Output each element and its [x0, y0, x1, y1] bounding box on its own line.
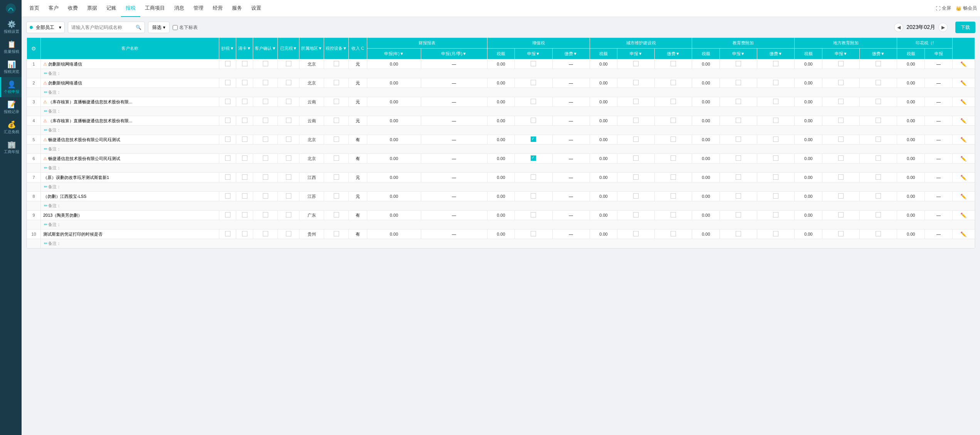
edit-icon[interactable]: ✏️ — [960, 212, 967, 218]
done-checkbox[interactable] — [286, 212, 291, 218]
search-input[interactable] — [71, 25, 134, 30]
confirm-checkbox[interactable] — [263, 193, 268, 199]
difang-pay-checkbox[interactable] — [876, 212, 881, 218]
done-checkbox[interactable] — [286, 80, 291, 85]
difang-pay-checkbox[interactable] — [876, 99, 881, 104]
clear-checkbox[interactable] — [242, 193, 247, 199]
difang-apply-checkbox[interactable] — [838, 118, 844, 123]
employee-filter-select[interactable]: 全部员工 ▾ — [26, 22, 65, 33]
chengshi-apply-checkbox[interactable] — [633, 193, 639, 199]
jiaoyu-apply-checkbox[interactable] — [736, 118, 741, 123]
next-month-button[interactable]: ▶ — [938, 23, 948, 32]
difang-pay-checkbox[interactable] — [876, 174, 881, 180]
difang-pay-checkbox[interactable] — [876, 61, 881, 66]
mingxia-checkbox[interactable] — [173, 25, 178, 30]
tax-checkbox[interactable] — [225, 155, 230, 161]
chengshi-pay-checkbox[interactable] — [671, 118, 676, 123]
apply-checkbox-checked[interactable] — [531, 155, 536, 161]
sidebar-item-gongshang[interactable]: 🏢 工商年报 — [0, 137, 22, 157]
nav-guanli[interactable]: 管理 — [189, 0, 208, 17]
clear-checkbox[interactable] — [242, 118, 247, 123]
tax-device-checkbox[interactable] — [334, 118, 339, 123]
chengshi-apply-checkbox[interactable] — [633, 80, 639, 85]
tax-checkbox[interactable] — [225, 137, 230, 142]
difang-apply-checkbox[interactable] — [838, 212, 844, 218]
difang-pay-checkbox[interactable] — [876, 231, 881, 236]
edit-icon[interactable]: ✏️ — [960, 156, 967, 162]
edit-icon[interactable]: ✏️ — [960, 99, 967, 105]
jiaoyu-pay-checkbox[interactable] — [773, 174, 778, 180]
tax-checkbox[interactable] — [225, 231, 230, 236]
apply-checkbox-checked[interactable] — [531, 137, 536, 142]
edit-icon[interactable]: ✏️ — [960, 194, 967, 199]
jiaoyu-pay-checkbox[interactable] — [773, 231, 778, 236]
chengshi-pay-checkbox[interactable] — [671, 212, 676, 218]
jiaoyu-apply-checkbox[interactable] — [736, 212, 741, 218]
jiaoyu-pay-checkbox[interactable] — [773, 80, 778, 85]
apply-checkbox[interactable] — [531, 61, 536, 66]
vip-btn[interactable]: 👑 畅会员 — [956, 5, 977, 12]
chengshi-apply-checkbox[interactable] — [633, 137, 639, 142]
jiaoyu-apply-checkbox[interactable] — [736, 174, 741, 180]
confirm-checkbox[interactable] — [263, 137, 268, 142]
tax-device-checkbox[interactable] — [334, 137, 339, 142]
tax-device-checkbox[interactable] — [334, 99, 339, 104]
jiaoyu-apply-checkbox[interactable] — [736, 137, 741, 142]
gear-icon-th[interactable]: ⚙ — [31, 46, 36, 52]
nav-kehu[interactable]: 客户 — [44, 0, 63, 17]
done-checkbox[interactable] — [286, 61, 291, 66]
tax-device-checkbox[interactable] — [334, 61, 339, 66]
chengshi-pay-checkbox[interactable] — [671, 231, 676, 236]
done-checkbox[interactable] — [286, 231, 291, 236]
jiaoyu-pay-checkbox[interactable] — [773, 212, 778, 218]
jiaoyu-apply-checkbox[interactable] — [736, 193, 741, 199]
sidebar-item-huizong[interactable]: 💰 汇总免税 — [0, 117, 22, 137]
nav-piaoju[interactable]: 票据 — [82, 0, 102, 17]
clear-checkbox[interactable] — [242, 155, 247, 161]
jiaoyu-pay-checkbox[interactable] — [773, 193, 778, 199]
download-button[interactable]: 下载 — [955, 22, 975, 33]
apply-checkbox[interactable] — [531, 118, 536, 123]
tax-device-checkbox[interactable] — [334, 212, 339, 218]
edit-icon[interactable]: ✏️ — [960, 175, 967, 180]
chengshi-apply-checkbox[interactable] — [633, 155, 639, 161]
chengshi-apply-checkbox[interactable] — [633, 212, 639, 218]
nav-shouye[interactable]: 首页 — [25, 0, 44, 17]
difang-apply-checkbox[interactable] — [838, 193, 844, 199]
confirm-checkbox[interactable] — [263, 99, 268, 104]
chengshi-pay-checkbox[interactable] — [671, 193, 676, 199]
jiaoyu-pay-checkbox[interactable] — [773, 118, 778, 123]
tax-device-checkbox[interactable] — [334, 193, 339, 199]
nav-xiaoxiao[interactable]: 消息 — [170, 0, 189, 17]
jiaoyu-pay-checkbox[interactable] — [773, 99, 778, 104]
chengshi-apply-checkbox[interactable] — [633, 118, 639, 123]
chengshi-pay-checkbox[interactable] — [671, 155, 676, 161]
confirm-checkbox[interactable] — [263, 212, 268, 218]
chengshi-pay-checkbox[interactable] — [671, 99, 676, 104]
fullscreen-btn[interactable]: ⛶ 全屏 — [936, 5, 951, 12]
jiaoyu-pay-checkbox[interactable] — [773, 137, 778, 142]
sidebar-item-geshui[interactable]: 👤 个税申报 — [0, 77, 22, 97]
confirm-checkbox[interactable] — [263, 231, 268, 236]
done-checkbox[interactable] — [286, 193, 291, 199]
apply-checkbox[interactable] — [531, 80, 536, 85]
jiaoyu-pay-checkbox[interactable] — [773, 155, 778, 161]
apply-checkbox[interactable] — [531, 174, 536, 180]
confirm-checkbox[interactable] — [263, 80, 268, 85]
tax-device-checkbox[interactable] — [334, 80, 339, 85]
edit-icon[interactable]: ✏️ — [960, 231, 967, 237]
difang-pay-checkbox[interactable] — [876, 137, 881, 142]
jiaoyu-apply-checkbox[interactable] — [736, 231, 741, 236]
jiaoyu-pay-checkbox[interactable] — [773, 61, 778, 66]
nav-baoshui[interactable]: 报税 — [121, 0, 140, 17]
jiaoyu-apply-checkbox[interactable] — [736, 80, 741, 85]
tax-checkbox[interactable] — [225, 118, 230, 123]
clear-checkbox[interactable] — [242, 212, 247, 218]
apply-checkbox[interactable] — [531, 193, 536, 199]
done-checkbox[interactable] — [286, 99, 291, 104]
difang-pay-checkbox[interactable] — [876, 155, 881, 161]
clear-checkbox[interactable] — [242, 174, 247, 180]
difang-apply-checkbox[interactable] — [838, 61, 844, 66]
tax-device-checkbox[interactable] — [334, 155, 339, 161]
done-checkbox[interactable] — [286, 174, 291, 180]
